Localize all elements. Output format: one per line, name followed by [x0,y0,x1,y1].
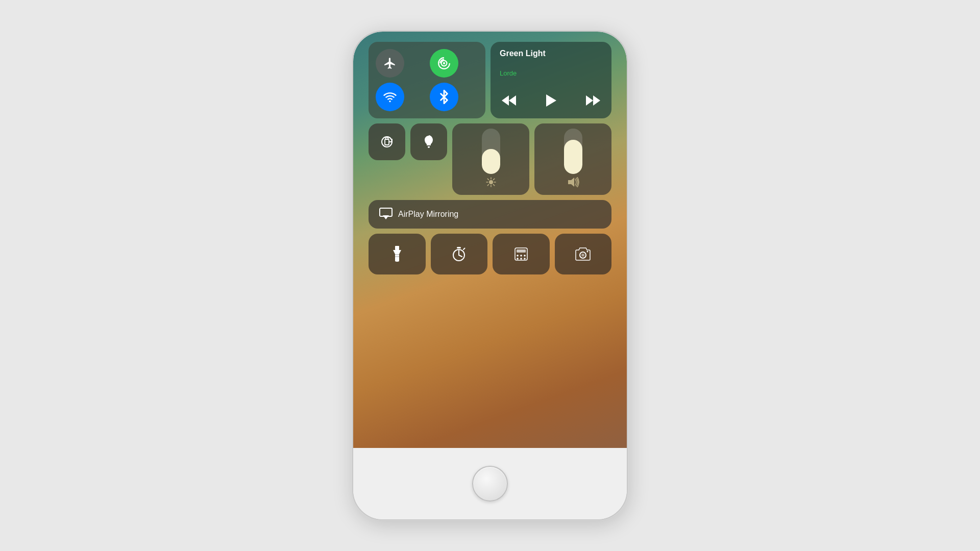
do-not-disturb-button[interactable] [410,123,447,160]
brightness-icon [486,177,496,190]
airplay-icon [379,207,393,221]
svg-line-18 [487,185,488,186]
svg-rect-31 [517,249,526,253]
svg-marker-3 [509,95,516,106]
row-toggles-sliders [369,123,611,195]
music-panel: Green Light Lorde [491,42,611,118]
wifi-button[interactable] [376,83,404,111]
camera-button[interactable] [555,234,612,274]
brightness-fill [482,149,500,174]
home-button[interactable] [472,466,508,502]
svg-marker-4 [502,95,509,106]
music-controls [500,92,602,111]
svg-marker-6 [586,95,593,106]
row-airplay: AirPlay Mirroring [369,200,611,229]
svg-marker-21 [383,215,389,219]
svg-point-32 [517,255,519,257]
airplay-mirroring-button[interactable]: AirPlay Mirroring [369,200,611,229]
svg-point-40 [587,251,589,253]
rotation-lock-button[interactable] [369,123,405,160]
volume-icon [567,177,579,190]
svg-point-35 [517,258,519,260]
phone-screen: Green Light Lorde [353,32,627,448]
svg-rect-20 [380,208,392,216]
brightness-slider[interactable] [452,123,529,195]
svg-point-37 [524,258,526,260]
timer-button[interactable] [431,234,488,274]
volume-slider[interactable] [534,123,611,195]
svg-marker-7 [593,95,600,106]
music-title: Green Light [500,49,602,58]
music-artist: Lorde [500,69,602,77]
phone-bottom [353,448,627,519]
phone-wrapper: Green Light Lorde [352,20,628,531]
svg-marker-19 [568,178,574,187]
airplane-mode-button[interactable] [376,49,404,78]
svg-rect-9 [385,139,389,145]
svg-line-16 [493,185,494,186]
svg-line-27 [459,255,462,257]
svg-rect-28 [457,247,461,248]
svg-rect-22 [395,246,399,250]
row-shortcuts [369,234,611,274]
svg-line-29 [463,248,465,250]
svg-point-39 [581,254,584,257]
cellular-button[interactable] [430,49,458,78]
svg-point-33 [520,255,522,257]
svg-rect-24 [395,256,399,257]
control-center: Green Light Lorde [369,32,611,448]
volume-track[interactable] [564,129,582,174]
svg-point-2 [389,101,390,102]
play-button[interactable] [544,92,558,111]
svg-line-15 [487,179,488,180]
row-connectivity-music: Green Light Lorde [369,42,611,118]
calculator-button[interactable] [493,234,550,274]
rewind-button[interactable] [500,93,518,110]
phone-body: Green Light Lorde [352,31,628,520]
svg-marker-5 [546,94,556,107]
svg-point-34 [524,255,526,257]
volume-fill [564,140,582,174]
svg-rect-23 [395,254,399,255]
svg-point-36 [520,258,522,260]
sliders-group [452,123,611,195]
svg-point-1 [443,62,445,64]
fast-forward-button[interactable] [584,93,602,110]
connectivity-panel [369,42,485,118]
airplay-label: AirPlay Mirroring [398,209,458,220]
bluetooth-button[interactable] [430,83,458,111]
flashlight-button[interactable] [369,234,426,274]
brightness-track[interactable] [482,129,500,174]
svg-point-10 [489,180,493,184]
svg-line-17 [493,179,494,180]
